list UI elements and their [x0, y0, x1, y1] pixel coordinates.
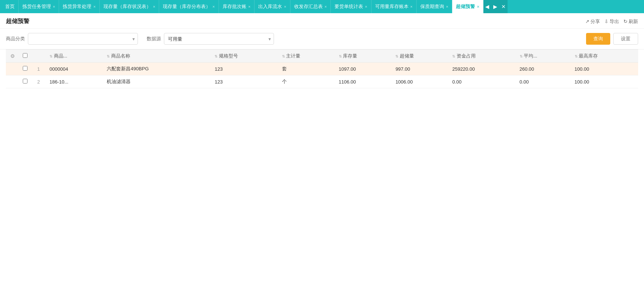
table-row: 1 0000004 六配套新昌490BPG 123 套 1097.00 997.… [6, 63, 638, 75]
datasource-select-wrapper: 可用量 实际量 ▾ [164, 33, 274, 45]
category-select[interactable] [28, 33, 138, 45]
close-icon[interactable]: × [212, 4, 215, 9]
table-row: 2 186-10... 机油滤清器 123 个 1106.00 1006.00 … [6, 75, 638, 88]
filter-area: 商品分类 ▾ 数据源 可用量 实际量 ▾ 查询 设置 [0, 29, 644, 49]
col-product-code[interactable]: ⇅ 商品... [46, 50, 103, 63]
close-icon[interactable]: × [248, 4, 250, 9]
nav-tab-stock-status[interactable]: 现存量（库存状况表） × [100, 0, 159, 13]
nav-tab-stock-batch[interactable]: 库存批次账 × [219, 0, 255, 13]
cell-stock-qty: 1106.00 [335, 75, 392, 88]
page-header: 超储预警 ↗ 分享 ⇩ 导出 ↻ 刷新 [0, 13, 644, 29]
sort-icon: ⇅ [282, 54, 285, 58]
refresh-icon: ↻ [623, 19, 627, 24]
close-icon[interactable]: × [53, 4, 55, 9]
nav-tab-in-out-flow[interactable]: 出入库流水 × [255, 0, 290, 13]
cell-avg-cost: 0.00 [516, 75, 571, 88]
nav-tab-usable-stock[interactable]: 可用量库存账本 × [372, 0, 417, 13]
col-spec[interactable]: ⇅ 规格型号 [211, 50, 278, 63]
cell-product-code: 186-10... [46, 75, 103, 88]
col-avg-cost[interactable]: ⇅ 平均... [516, 50, 571, 63]
datasource-filter: 数据源 可用量 实际量 ▾ [147, 33, 274, 45]
cell-capital-usage: 259220.00 [449, 63, 516, 75]
datasource-select[interactable]: 可用量 实际量 [164, 33, 274, 45]
share-icon: ↗ [585, 19, 589, 24]
close-icon[interactable]: × [477, 4, 479, 9]
col-unit[interactable]: ⇅ 主计量 [278, 50, 335, 63]
col-stock-qty[interactable]: ⇅ 库存量 [335, 50, 392, 63]
close-icon[interactable]: × [446, 4, 448, 9]
close-icon[interactable]: × [410, 4, 413, 9]
page-body: 超储预警 ↗ 分享 ⇩ 导出 ↻ 刷新 商品分类 ▾ [0, 13, 644, 293]
sort-icon: ⇅ [395, 54, 398, 58]
sort-icon: ⇅ [575, 54, 578, 58]
share-button[interactable]: ↗ 分享 [585, 18, 600, 25]
cell-product-code: 0000004 [46, 63, 103, 75]
table-wrapper: ⚙ ⇅ 商品... ⇅ 商品名称 ⇅ [0, 49, 644, 88]
nav-tab-quality-check[interactable]: 保质期查询 × [417, 0, 452, 13]
category-select-wrapper: ▾ [28, 33, 138, 45]
query-button[interactable]: 查询 [586, 33, 610, 45]
sort-icon: ⇅ [520, 54, 523, 58]
row-checkbox-cell [19, 75, 31, 88]
row-checkbox-cell [19, 63, 31, 75]
col-product-name[interactable]: ⇅ 商品名称 [103, 50, 211, 63]
cell-capital-usage: 0.00 [449, 75, 516, 88]
col-overstock-qty[interactable]: ⇅ 超储量 [392, 50, 449, 63]
col-max-stock[interactable]: ⇅ 最高库存 [571, 50, 638, 63]
table-header-row: ⚙ ⇅ 商品... ⇅ 商品名称 ⇅ [6, 50, 638, 63]
row-number: 2 [31, 75, 46, 88]
cell-stock-qty: 1097.00 [335, 63, 392, 75]
export-icon: ⇩ [604, 19, 608, 24]
cell-spec: 123 [211, 75, 278, 88]
category-filter: 商品分类 ▾ [6, 33, 138, 45]
nav-tab-collect-send[interactable]: 收发存汇总表 × [290, 0, 331, 13]
cell-avg-cost: 260.00 [516, 63, 571, 75]
settings-gear-icon[interactable]: ⚙ [10, 53, 15, 59]
overstock-table: ⚙ ⇅ 商品... ⇅ 商品名称 ⇅ [6, 49, 638, 88]
header-actions: ↗ 分享 ⇩ 导出 ↻ 刷新 [585, 18, 638, 25]
nav-tab-abnormal[interactable]: 拣货异常处理 × [59, 0, 99, 13]
export-button[interactable]: ⇩ 导出 [604, 18, 619, 25]
cell-product-name: 六配套新昌490BPG [103, 63, 211, 75]
cell-overstock-qty: 1006.00 [392, 75, 449, 88]
nav-prev-button[interactable]: ◀ [483, 0, 491, 13]
col-settings: ⚙ [6, 50, 19, 63]
col-checkbox-header [19, 50, 31, 63]
close-icon[interactable]: × [284, 4, 286, 9]
row-checkbox[interactable] [23, 66, 28, 71]
table-body: 1 0000004 六配套新昌490BPG 123 套 1097.00 997.… [6, 63, 638, 88]
close-icon[interactable]: × [325, 4, 327, 9]
sort-icon: ⇅ [339, 54, 342, 58]
nav-tab-stock-dist[interactable]: 现存量（库存分布表） × [159, 0, 219, 13]
page-title: 超储预警 [6, 18, 29, 25]
close-icon[interactable]: × [93, 4, 95, 9]
cell-max-stock: 100.00 [571, 75, 638, 88]
close-icon[interactable]: × [365, 4, 367, 9]
sort-icon: ⇅ [107, 54, 110, 58]
nav-tab-home[interactable]: 首页 [1, 0, 19, 13]
close-icon[interactable]: × [153, 4, 155, 9]
nav-tab-task-mgmt[interactable]: 拣货任务管理 × [19, 0, 59, 13]
row-settings [6, 63, 19, 75]
datasource-label: 数据源 [147, 36, 161, 42]
cell-unit: 个 [278, 75, 335, 88]
category-label: 商品分类 [6, 36, 25, 42]
nav-tab-order-stat[interactable]: 要货单统计表 × [331, 0, 371, 13]
cell-unit: 套 [278, 63, 335, 75]
nav-tab-overstock-warn[interactable]: 超储预警 × [452, 0, 483, 13]
select-all-checkbox[interactable] [23, 53, 28, 58]
sort-icon: ⇅ [452, 54, 455, 58]
refresh-button[interactable]: ↻ 刷新 [623, 18, 638, 25]
row-checkbox[interactable] [23, 79, 28, 84]
cell-max-stock: 100.00 [571, 63, 638, 75]
cell-overstock-qty: 997.00 [392, 63, 449, 75]
nav-next-button[interactable]: ▶ [491, 0, 500, 13]
col-capital-usage[interactable]: ⇅ 资金占用 [449, 50, 516, 63]
nav-close-button[interactable]: ✕ [500, 0, 508, 13]
row-number: 1 [31, 63, 46, 75]
cell-product-name: 机油滤清器 [103, 75, 211, 88]
filter-actions: 查询 设置 [586, 33, 638, 45]
cell-spec: 123 [211, 63, 278, 75]
sort-icon: ⇅ [215, 54, 217, 58]
settings-button[interactable]: 设置 [613, 33, 638, 45]
